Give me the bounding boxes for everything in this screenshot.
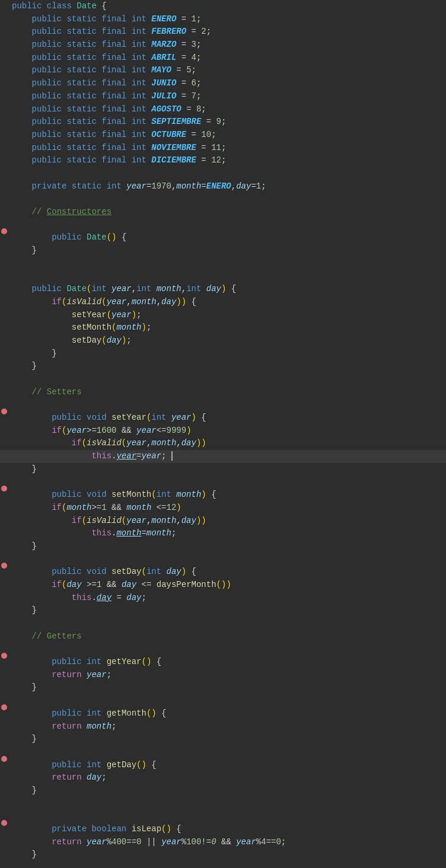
code-line: } (0, 681, 446, 694)
code-line (0, 373, 446, 386)
code-line: public void setYear(int year) { (0, 398, 446, 424)
code-line: setYear(year); (0, 309, 446, 322)
code-line: } (0, 784, 446, 797)
code-line: public static final int OCTUBRE = 10; (0, 129, 446, 142)
code-line: private static int year=1970,month=ENERO… (0, 180, 446, 193)
code-line: public Date(int year,int month,int day) … (0, 283, 446, 296)
code-line: public static final int MARZO = 3; (0, 39, 446, 52)
code-line (0, 167, 446, 180)
code-line: public static final int DICIEMBRE = 12; (0, 154, 446, 167)
code-line: if(day >=1 && day <= daysPerMonth()) (0, 579, 446, 592)
code-line: } (0, 540, 446, 553)
code-line: public static final int AGOSTO = 8; (0, 103, 446, 116)
code-line: return day; (0, 771, 446, 784)
code-line: this.month=month; (0, 527, 446, 540)
code-line: if(isValid(year,month,day)) (0, 515, 446, 528)
code-line: public static final int ENERO = 1; (0, 13, 446, 26)
code-line: if(isValid(year,month,day)) { (0, 296, 446, 309)
code-line (0, 270, 446, 283)
code-line: return year%400==0 || year%100!=0 && yea… (0, 836, 446, 849)
code-line: this.day = day; (0, 592, 446, 605)
code-line: setMonth(month); (0, 321, 446, 334)
code-line: } (0, 848, 446, 861)
code-line: } (0, 463, 446, 476)
code-editor: public class Date { public static final … (0, 0, 446, 868)
code-line: // Setters (0, 386, 446, 399)
code-line: public int getDay() { (0, 746, 446, 771)
code-line (0, 797, 446, 810)
code-line: public void setDay(int day) { (0, 553, 446, 579)
code-line: } (0, 347, 446, 360)
code-line: } (0, 733, 446, 746)
code-line: return month; (0, 720, 446, 733)
code-line: } (0, 244, 446, 257)
code-line: public static final int JUNIO = 6; (0, 77, 446, 90)
code-line: public Date() { (0, 219, 446, 244)
code-line: public static final int FEBRERO = 2; (0, 25, 446, 39)
code-line (0, 617, 446, 630)
code-line: private boolean isLeap() { (0, 810, 446, 835)
code-line: public class Date { (0, 0, 446, 13)
code-line: public static final int SEPTIEMBRE = 9; (0, 116, 446, 129)
code-line: if(year>=1600 && year<=9999) (0, 425, 446, 438)
code-line: // Getters (0, 630, 446, 643)
code-line (0, 193, 446, 206)
code-line: public static final int ABRIL = 4; (0, 52, 446, 65)
code-line: if(month>=1 && month <=12) (0, 502, 446, 515)
code-line: setDay(day); (0, 334, 446, 347)
code-line: public static final int NOVIEMBRE = 11; (0, 142, 446, 155)
code-line: public void setMonth(int month) { (0, 476, 446, 501)
code-line: public static final int MAYO = 5; (0, 64, 446, 77)
code-line: } (0, 360, 446, 373)
code-line: if(isValid(year,month,day)) (0, 437, 446, 450)
code-line-highlighted: this.year=year; (0, 450, 446, 463)
code-line: public static final int JULIO = 7; (0, 90, 446, 103)
code-line: return year; (0, 669, 446, 682)
code-line: } (0, 604, 446, 617)
code-line: public int getYear() { (0, 643, 446, 668)
code-line (0, 257, 446, 270)
code-line: public int getMonth() { (0, 694, 446, 720)
code-line (0, 861, 446, 868)
code-line: // Constructores (0, 206, 446, 219)
